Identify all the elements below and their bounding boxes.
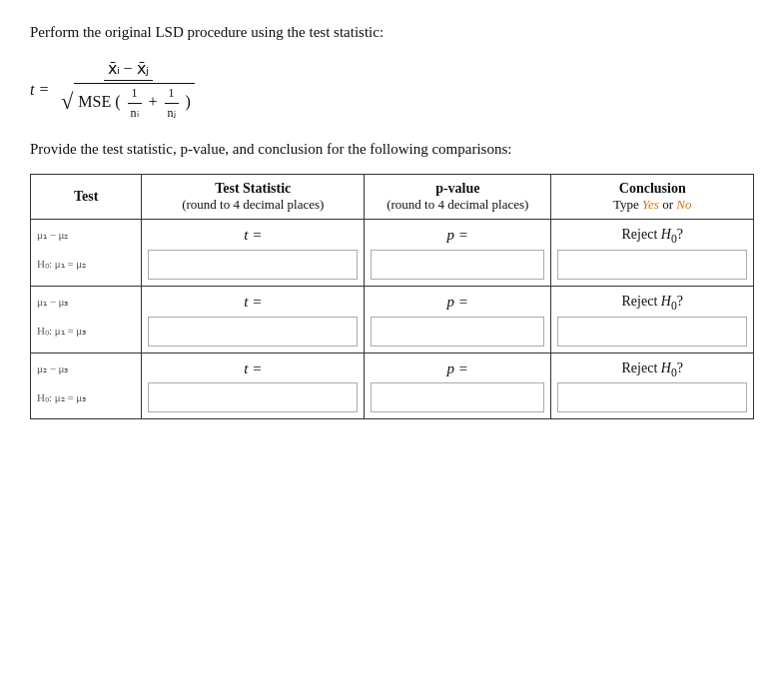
row3-p-label: p = bbox=[365, 352, 551, 380]
frac-ni: 1 nᵢ bbox=[127, 86, 143, 121]
sqrt-content: MSE ( 1 nᵢ + 1 nⱼ ) bbox=[74, 83, 195, 121]
conclusion-or-label: or bbox=[659, 197, 676, 212]
conclusion-yes-label: Yes bbox=[642, 197, 659, 212]
row1-p-input-cell bbox=[365, 248, 551, 287]
table-row: H₀: μ₁ = μ₃ bbox=[31, 315, 754, 353]
row2-t-label: t = bbox=[142, 286, 365, 314]
row3-p-eq: p = bbox=[447, 360, 468, 376]
plus-sign: + bbox=[149, 93, 162, 110]
formula-lhs: t = bbox=[30, 81, 49, 99]
row2-p-input[interactable] bbox=[371, 317, 544, 347]
header-pval-label: p-value bbox=[435, 181, 479, 196]
row3-p-input-cell bbox=[365, 380, 551, 419]
row2-reject-label: Reject H0? bbox=[551, 286, 754, 314]
row2-conc-input[interactable] bbox=[557, 317, 747, 347]
comparisons-table: Test Test Statistic (round to 4 decimal … bbox=[30, 174, 754, 419]
row1-p-input[interactable] bbox=[371, 250, 544, 280]
paren-close: ) bbox=[186, 93, 191, 110]
row1-reject-label: Reject H0? bbox=[551, 220, 754, 248]
row3-t-input[interactable] bbox=[148, 382, 358, 412]
header-pval-sub: (round to 4 decimal places) bbox=[387, 197, 528, 212]
row2-t-input-cell bbox=[142, 315, 365, 353]
formula-block: t = x̄ᵢ − x̄ⱼ √ MSE ( 1 nᵢ + 1 nⱼ bbox=[30, 59, 754, 121]
row1-reject-text: Reject H0? bbox=[622, 227, 683, 242]
frac-nj: 1 nⱼ bbox=[164, 86, 180, 121]
mse-label: MSE bbox=[78, 93, 111, 110]
formula-denominator: √ MSE ( 1 nᵢ + 1 nⱼ ) bbox=[57, 81, 199, 121]
paren-open: ( bbox=[115, 93, 120, 110]
row2-conc-input-cell bbox=[551, 315, 754, 353]
frac-nj-top: 1 bbox=[165, 86, 179, 104]
header-test-stat: Test Statistic (round to 4 decimal place… bbox=[142, 175, 365, 220]
table-row: H₀: μ₁ = μ₂ bbox=[31, 248, 754, 287]
row1-p-eq: p = bbox=[447, 227, 468, 243]
row3-conc-input-cell bbox=[551, 380, 754, 419]
row1-conc-input[interactable] bbox=[557, 250, 747, 280]
table-row: μ₂ − μ₃ t = p = Reject H0? bbox=[31, 352, 754, 380]
row1-t-input[interactable] bbox=[148, 250, 358, 280]
row3-t-label: t = bbox=[142, 352, 365, 380]
formula-numerator: x̄ᵢ − x̄ⱼ bbox=[104, 59, 153, 81]
row1-label-top: μ₁ − μ₂ bbox=[31, 220, 142, 248]
row1-label-bottom: H₀: μ₁ = μ₂ bbox=[31, 248, 142, 287]
row3-t-input-cell bbox=[142, 380, 365, 419]
header-conclusion: Conclusion Type Yes or No bbox=[551, 175, 754, 220]
row1-t-label: t = bbox=[142, 220, 365, 248]
conclusion-type-label: Type bbox=[613, 197, 642, 212]
row3-label-top: μ₂ − μ₃ bbox=[31, 352, 142, 380]
row3-label-bottom: H₀: μ₂ = μ₃ bbox=[31, 380, 142, 419]
row2-p-label: p = bbox=[365, 286, 551, 314]
sqrt-wrapper: √ MSE ( 1 nᵢ + 1 nⱼ ) bbox=[61, 83, 195, 121]
row3-p-input[interactable] bbox=[371, 382, 544, 412]
frac-nj-bot: nⱼ bbox=[164, 104, 180, 121]
row2-p-input-cell bbox=[365, 315, 551, 353]
conclusion-no-label: No bbox=[676, 197, 691, 212]
table-row: μ₁ − μ₂ t = p = Reject H0? bbox=[31, 220, 754, 248]
row2-label-bottom: H₀: μ₁ = μ₃ bbox=[31, 315, 142, 353]
row2-label-top: μ₁ − μ₃ bbox=[31, 286, 142, 314]
frac-ni-top: 1 bbox=[128, 86, 142, 104]
row2-t-input[interactable] bbox=[148, 317, 358, 347]
table-row: μ₁ − μ₃ t = p = Reject H0? bbox=[31, 286, 754, 314]
header-conclusion-label: Conclusion bbox=[619, 181, 686, 196]
row3-conc-input[interactable] bbox=[557, 382, 747, 412]
row1-t-input-cell bbox=[142, 248, 365, 287]
row3-reject-text: Reject H0? bbox=[622, 360, 683, 375]
header-test-stat-sub: (round to 4 decimal places) bbox=[182, 197, 324, 212]
row2-p-eq: p = bbox=[447, 294, 468, 310]
row1-t-eq: t = bbox=[244, 227, 262, 243]
row2-reject-text: Reject H0? bbox=[622, 294, 683, 309]
provide-text: Provide the test statistic, p-value, and… bbox=[30, 141, 754, 158]
header-conclusion-sub: Type Yes or No bbox=[613, 197, 691, 212]
row3-t-eq: t = bbox=[244, 360, 262, 376]
row2-t-eq: t = bbox=[244, 294, 262, 310]
row3-reject-label: Reject H0? bbox=[551, 352, 754, 380]
formula-fraction: x̄ᵢ − x̄ⱼ √ MSE ( 1 nᵢ + 1 nⱼ ) bbox=[57, 59, 199, 121]
table-row: H₀: μ₂ = μ₃ bbox=[31, 380, 754, 419]
header-pval: p-value (round to 4 decimal places) bbox=[365, 175, 551, 220]
row1-p-label: p = bbox=[365, 220, 551, 248]
header-test: Test bbox=[31, 175, 142, 220]
frac-ni-bot: nᵢ bbox=[127, 104, 143, 121]
header-test-stat-label: Test Statistic bbox=[215, 181, 291, 196]
intro-text: Perform the original LSD procedure using… bbox=[30, 24, 754, 41]
sqrt-symbol: √ bbox=[61, 91, 73, 113]
row1-conc-input-cell bbox=[551, 248, 754, 287]
